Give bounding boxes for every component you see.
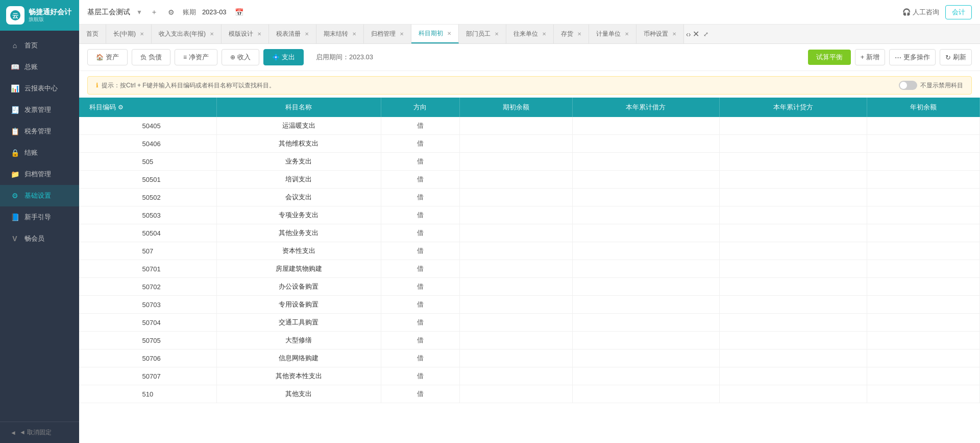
cell-code: 50504 [79,224,216,242]
disable-toggle[interactable] [899,81,917,90]
support-label: 人工咨询 [913,8,939,17]
cat-tab-netasset[interactable]: ≡ 净资产 [175,49,217,65]
cell-code: 50701 [79,260,216,278]
sidebar-item-tax[interactable]: 📋 税务管理 [0,121,79,142]
tab-taxclear[interactable]: 税表清册 ✕ [269,25,316,43]
tab-currency-close[interactable]: ✕ [672,31,676,37]
calendar-icon-btn[interactable]: 📅 [233,6,246,18]
ledger-icon: 📖 [10,63,19,71]
tab-dept-close[interactable]: ✕ [495,31,499,37]
tab-yearend[interactable]: 期末结转 ✕ [316,25,364,43]
account-btn[interactable]: 会计 [945,5,972,19]
sidebar-item-reports[interactable]: 📊 云报表中心 [0,78,79,99]
add-company-btn[interactable]: ＋ [149,6,160,19]
cell-ytd-debit [572,349,720,367]
cell-direction: 借 [381,242,459,260]
tab-interim[interactable]: 长(中期) ✕ [106,25,152,43]
tax-icon: 📋 [10,127,19,135]
add-btn[interactable]: + 新增 [855,49,885,65]
cell-code: 50501 [79,171,216,189]
sidebar-item-home[interactable]: ⌂ 首页 [0,35,79,56]
table-row[interactable]: 50504 其他业务支出 借 [79,224,980,242]
cell-ytd-credit [720,385,867,403]
invoice-icon: 🧾 [10,106,19,114]
cell-direction: 借 [381,296,459,314]
sidebar-item-invoice[interactable]: 🧾 发票管理 [0,99,79,121]
tab-unit[interactable]: 计量单位 ✕ [589,25,636,43]
cat-tab-asset[interactable]: 🏠 资产 [87,49,128,65]
table-row[interactable]: 50503 专项业务支出 借 [79,206,980,224]
tab-template-close[interactable]: ✕ [257,31,261,37]
tab-taxclear-close[interactable]: ✕ [305,31,309,37]
table-row[interactable]: 50501 培训支出 借 [79,171,980,189]
refresh-btn[interactable]: ↻ 刷新 [940,49,972,65]
tab-income[interactable]: 收入支出表(年报) ✕ [152,25,222,43]
settings-gear-btn[interactable]: ⚙ [166,6,177,18]
cell-year-opening [867,135,979,153]
cat-tab-expense[interactable]: 💠 支出 [263,49,304,65]
tab-subjectperiod-close[interactable]: ✕ [447,31,451,36]
col-settings-icon[interactable]: ⚙ [118,104,124,111]
tab-inventory-close[interactable]: ✕ [577,31,581,37]
table-row[interactable]: 50702 办公设备购置 借 [79,278,980,296]
sidebar-collapse-btn[interactable]: ◄ ◄ 取消固定 [0,422,79,443]
cat-tab-income[interactable]: ⊕ 收入 [222,49,259,65]
tab-expand[interactable]: ⤢ [701,31,710,38]
balance-btn[interactable]: 试算平衡 [808,50,851,65]
table-container[interactable]: 科目编码 ⚙ 科目名称 方向 期初余额 本年累计借方 本年累计贷方 年初余额 [79,98,980,443]
cell-ytd-debit [572,332,720,349]
collapse-icon: ◄ [10,429,16,436]
table-row[interactable]: 507 资本性支出 借 [79,242,980,260]
sidebar-item-closing[interactable]: 🔒 结账 [0,142,79,164]
tab-contacts[interactable]: 往来单位 ✕ [506,25,554,43]
cell-year-opening [867,260,979,278]
cat-tab-liability[interactable]: 负 负债 [132,49,170,65]
tab-archivemgmt[interactable]: 归档管理 ✕ [364,25,411,43]
tab-income-close[interactable]: ✕ [210,31,214,37]
sidebar-item-settings[interactable]: ⚙ 基础设置 [0,185,79,206]
table-row[interactable]: 50706 信息网络购建 借 [79,349,980,367]
tab-inventory[interactable]: 存货 ✕ [554,25,589,43]
support-btn[interactable]: 🎧 人工咨询 [902,8,939,17]
cell-direction: 借 [381,260,459,278]
cell-year-opening [867,171,979,189]
cell-ytd-credit [720,332,867,349]
cell-ytd-debit [572,135,720,153]
sidebar-label-archive: 归档管理 [24,170,51,179]
table-row[interactable]: 50406 其他维权支出 借 [79,135,980,153]
cell-direction: 借 [381,349,459,367]
tab-dept[interactable]: 部门员工 ✕ [459,25,506,43]
tab-contacts-close[interactable]: ✕ [542,31,546,37]
table-row[interactable]: 505 业务支出 借 [79,153,980,171]
table-row[interactable]: 50502 会议支出 借 [79,189,980,206]
cell-code: 50707 [79,367,216,385]
table-row[interactable]: 510 其他支出 借 [79,385,980,403]
tab-archivemgmt-close[interactable]: ✕ [400,31,404,37]
refresh-icon: ↻ [945,54,951,61]
tab-template[interactable]: 模版设计 ✕ [222,25,269,43]
tab-interim-close[interactable]: ✕ [140,31,144,37]
table-body: 50405 运温暖支出 借 50406 其他维权支出 借 505 业务支出 借 [79,117,980,403]
tab-close-all[interactable]: ✕ [691,29,701,39]
tab-yearend-close[interactable]: ✕ [352,31,356,37]
table-row[interactable]: 50703 专用设备购置 借 [79,296,980,314]
sidebar-label-ledger: 总账 [24,62,38,72]
table-row[interactable]: 50705 大型修缮 借 [79,332,980,349]
tab-subjectperiod[interactable]: 科目期初 ✕ [411,25,459,43]
cell-direction: 借 [381,385,459,403]
more-btn[interactable]: ⋯ 更多操作 [889,49,936,65]
dropdown-icon[interactable]: ▼ [136,9,142,16]
sidebar-item-guide[interactable]: 📘 新手引导 [0,206,79,228]
period-label: 账期 [183,8,196,17]
sidebar-item-archive[interactable]: 📁 归档管理 [0,164,79,185]
table-row[interactable]: 50405 运温暖支出 借 [79,117,980,135]
cell-ytd-debit [572,189,720,206]
tab-home[interactable]: 首页 [79,25,106,43]
table-row[interactable]: 50707 其他资本性支出 借 [79,367,980,385]
sidebar-item-member[interactable]: V 畅会员 [0,228,79,249]
tab-unit-close[interactable]: ✕ [625,31,629,37]
table-row[interactable]: 50704 交通工具购置 借 [79,314,980,332]
sidebar-item-ledger[interactable]: 📖 总账 [0,56,79,78]
tab-currency[interactable]: 币种设置 ✕ [636,25,684,43]
table-row[interactable]: 50701 房屋建筑物购建 借 [79,260,980,278]
